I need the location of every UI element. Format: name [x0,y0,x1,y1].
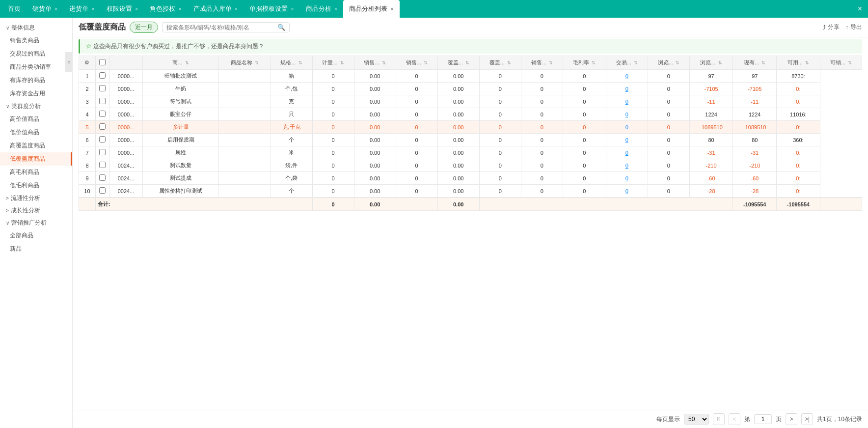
row-checkbox[interactable] [95,185,109,198]
row-browse1: 0 [606,83,648,95]
last-page-button[interactable]: >| [801,413,813,425]
row-unit: 克,千克 [271,121,312,134]
sidebar-item-low-margin[interactable]: 低毛利商品 [0,179,72,192]
sidebar-item-new-goods[interactable]: 新品 [0,242,72,256]
row-select-checkbox[interactable] [99,162,106,168]
col-name: 商品名称 ⇅ [219,56,271,70]
tab-roles[interactable]: 角色授权 × [144,0,187,18]
close-icon[interactable]: × [135,6,138,12]
row-select-checkbox[interactable] [99,123,106,130]
sidebar-item-stocked-goods[interactable]: 有库存的商品 [0,74,72,87]
sidebar-section-cluster[interactable]: ∨ 类群度分析 [0,100,72,113]
sidebar-item-low-coverage[interactable]: 低覆盖度商品 [0,152,72,166]
row-select-checkbox[interactable] [99,72,106,79]
tab-products[interactable]: 产成品入库单 × [188,0,244,18]
row-select-checkbox[interactable] [99,136,106,143]
close-icon[interactable]: × [291,6,294,12]
row-checkbox[interactable] [95,159,109,172]
chevron-down-icon: ∨ [6,220,9,226]
select-all-checkbox[interactable] [99,59,106,65]
per-page-label: 每页显示 [656,415,680,424]
row-checkbox[interactable] [95,70,109,83]
tab-analysis-list[interactable]: 商品分析列表 × [343,0,399,18]
row-select-checkbox[interactable] [99,85,106,91]
col-browse1: 浏览... ⇅ [648,56,689,70]
row-trade: 0 [563,134,606,146]
row-code: 0000... [109,146,142,159]
row-trade: 0 [563,185,606,198]
row-sales-amt: 0.00 [354,108,396,121]
row-sales-qty: 0 [312,121,354,134]
col-available: 可用... ⇅ [777,56,820,70]
row-spec [219,172,271,185]
row-margin: 0 [521,146,563,159]
chevron-right-icon: > [6,208,9,213]
close-icon[interactable]: × [91,6,94,12]
row-spec [219,70,271,83]
sidebar-item-high-value[interactable]: 高价值商品 [0,113,72,126]
per-page-select[interactable]: 50 20 100 200 [684,414,709,425]
sidebar-item-traded-goods[interactable]: 交易过的商品 [0,47,72,60]
sidebar-section-growth[interactable]: > 成长性分析 [0,204,72,217]
sidebar-item-category-rate[interactable]: 商品分类动销率 [0,60,72,74]
window-close-button[interactable]: × [854,4,866,13]
row-trade: 0 [563,70,606,83]
share-button[interactable]: ⤴ 分享 [823,23,840,31]
row-checkbox[interactable] [95,108,109,121]
sidebar-section-overall[interactable]: ∨ 整体信息 [0,22,72,34]
sidebar-item-low-value[interactable]: 低价值商品 [0,126,72,139]
close-icon[interactable]: × [235,6,238,12]
alert-icon: ☆ [86,43,92,50]
row-select-checkbox[interactable] [99,149,106,155]
row-sales-amt: 0.00 [354,134,396,146]
sidebar-section-marketing[interactable]: ∨ 营销推广分析 [0,217,72,229]
row-number: 3 [79,95,96,108]
sidebar-item-high-coverage[interactable]: 高覆盖度商品 [0,139,72,152]
row-select-checkbox[interactable] [99,187,106,194]
row-select-checkbox[interactable] [99,98,106,104]
sidebar-item-stock-capital[interactable]: 库存资金占用 [0,87,72,100]
filter-recent-month-button[interactable]: 近一月 [130,22,158,33]
settings-column-header[interactable]: ⚙ [79,56,96,70]
close-icon[interactable]: × [178,6,181,12]
sidebar-item-all-goods[interactable]: 全部商品 [0,229,72,242]
row-coverage1: 0 [396,108,437,121]
page-number-input[interactable] [754,414,772,424]
row-browse2: 0 [648,185,689,198]
row-code: 0000... [109,121,142,134]
tab-purchase[interactable]: 进货单 × [63,0,100,18]
close-icon[interactable]: × [54,6,57,12]
next-page-button[interactable]: > [786,413,797,425]
export-button[interactable]: ↑ 导出 [845,23,862,31]
tab-sales[interactable]: 销货单 × [27,0,63,18]
search-input[interactable] [166,24,277,31]
row-checkbox[interactable] [95,121,109,134]
row-select-checkbox[interactable] [99,174,106,181]
row-available: 97 [733,70,777,83]
tab-home[interactable]: 首页 [2,0,27,18]
tab-analysis[interactable]: 商品分析 × [300,0,343,18]
row-select-checkbox[interactable] [99,111,106,117]
tab-permissions[interactable]: 权限设置 × [101,0,144,18]
row-checkbox[interactable] [95,146,109,159]
close-icon[interactable]: × [390,6,393,12]
sidebar-section-flow[interactable]: > 流通性分析 [0,192,72,204]
sidebar-item-sales-goods[interactable]: 销售类商品 [0,34,72,47]
prev-page-button[interactable]: < [729,413,740,425]
settings-icon[interactable]: ⚙ [84,59,89,65]
row-checkbox[interactable] [95,95,109,108]
row-sales3: 0 [479,95,521,108]
row-coverage2: 0.00 [437,159,479,172]
row-coverage1: 0 [396,146,437,159]
row-unit: 袋,件 [271,159,312,172]
first-page-button[interactable]: K [713,413,725,425]
col-coverage1: 覆盖... ⇅ [437,56,479,70]
close-icon[interactable]: × [334,6,337,12]
sidebar-collapse-button[interactable]: « [65,52,73,72]
row-checkbox[interactable] [95,172,109,185]
tab-templates[interactable]: 单据模板设置 × [244,0,299,18]
row-checkbox[interactable] [95,134,109,146]
search-icon[interactable]: 🔍 [277,24,285,31]
sidebar-item-high-margin[interactable]: 高毛利商品 [0,166,72,179]
row-checkbox[interactable] [95,83,109,95]
